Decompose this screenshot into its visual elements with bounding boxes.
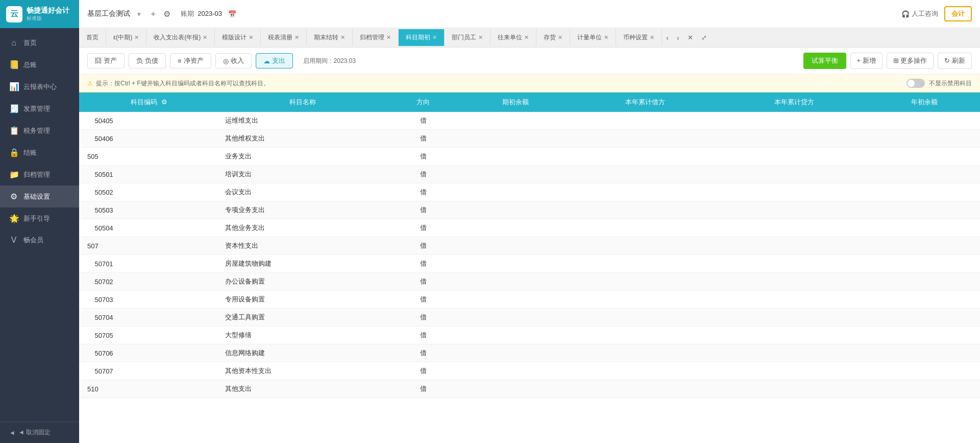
add-button[interactable]: + 新增 bbox=[850, 53, 883, 69]
tab-close-icon[interactable]: ✕ bbox=[340, 34, 345, 41]
tab-expand-btn[interactable]: ⤢ bbox=[697, 34, 711, 41]
tip-toggle-area: 不显示禁用科目 bbox=[906, 79, 972, 88]
tab-close-icon[interactable]: ✕ bbox=[134, 34, 139, 41]
opening-cell bbox=[460, 273, 571, 291]
tab-期末结转[interactable]: 期末结转 ✕ bbox=[307, 29, 353, 46]
opening-cell bbox=[460, 130, 571, 148]
sidebar-item-guide[interactable]: 🌟新手引导 bbox=[0, 207, 79, 229]
col-settings-icon[interactable]: ⚙ bbox=[161, 98, 167, 106]
ytd-debit-cell bbox=[571, 380, 720, 398]
tab-归档管理[interactable]: 归档管理 ✕ bbox=[353, 29, 399, 46]
sidebar-item-close[interactable]: 🔒结账 bbox=[0, 142, 79, 164]
tab-close-icon[interactable]: ✕ bbox=[432, 34, 437, 41]
guide-icon: 🌟 bbox=[9, 214, 18, 223]
direction-cell: 借 bbox=[387, 219, 460, 237]
toggle-switch[interactable] bbox=[906, 79, 925, 88]
sidebar-label: 发票管理 bbox=[23, 104, 50, 113]
direction-cell: 借 bbox=[387, 130, 460, 148]
sidebar-item-ledger[interactable]: 📒总账 bbox=[0, 54, 79, 76]
netasset-icon: ≡ bbox=[178, 57, 182, 65]
tab-税表清册[interactable]: 税表清册 ✕ bbox=[261, 29, 307, 46]
tab-prev-btn[interactable]: ‹ bbox=[662, 34, 673, 42]
period-label: 账期 2023-03 bbox=[181, 9, 222, 18]
year-begin-cell bbox=[869, 362, 980, 380]
tab-ε(中期)[interactable]: ε(中期) ✕ bbox=[106, 29, 146, 46]
ytd-debit-cell bbox=[571, 362, 720, 380]
sidebar-item-archive[interactable]: 📁归档管理 bbox=[0, 164, 79, 185]
tab-close-icon[interactable]: ✕ bbox=[478, 34, 483, 41]
tab-close-all-btn[interactable]: ✕ bbox=[683, 34, 697, 41]
project-settings-btn[interactable]: ⚙ bbox=[163, 9, 170, 19]
name-cell: 其他维权支出 bbox=[219, 130, 387, 148]
sub-tab-收入[interactable]: ◎收入 bbox=[215, 53, 252, 68]
tab-科目期初[interactable]: 科目期初 ✕ bbox=[399, 29, 445, 46]
sub-tab-净资产[interactable]: ≡净资产 bbox=[170, 53, 211, 68]
tab-计量单位[interactable]: 计量单位 ✕ bbox=[570, 29, 616, 46]
tax-icon: 📋 bbox=[9, 126, 18, 135]
ytd-credit-cell bbox=[720, 219, 869, 237]
dropdown-icon[interactable]: ▾ bbox=[137, 10, 141, 18]
tab-收入支出表(年报)[interactable]: 收入支出表(年报) ✕ bbox=[146, 29, 215, 46]
opening-cell bbox=[460, 327, 571, 344]
sub-tab-支出[interactable]: ☁支出 bbox=[256, 53, 293, 68]
ytd-debit-cell bbox=[571, 112, 720, 130]
tab-存货[interactable]: 存货 ✕ bbox=[536, 29, 570, 46]
calendar-icon[interactable]: 📅 bbox=[228, 10, 236, 18]
help-link[interactable]: 🎧 人工咨询 bbox=[901, 9, 938, 18]
sub-tab-负债[interactable]: 负负债 bbox=[129, 53, 166, 68]
tab-close-icon[interactable]: ✕ bbox=[203, 34, 207, 41]
add-project-btn[interactable]: ＋ bbox=[149, 9, 157, 19]
opening-cell bbox=[460, 309, 571, 327]
tab-close-icon[interactable]: ✕ bbox=[295, 34, 299, 41]
table-header: 科目编码 ⚙ 科目名称 方向 期初余额 本年累计借方 本年累计贷方 年初余额 bbox=[79, 92, 980, 112]
opening-cell bbox=[460, 219, 571, 237]
sidebar-collapse[interactable]: ◄ ◄ 取消固定 bbox=[0, 422, 79, 443]
invoice-icon: 🧾 bbox=[9, 104, 18, 113]
income-icon: ◎ bbox=[223, 57, 229, 65]
year-begin-cell bbox=[869, 344, 980, 362]
tab-close-icon[interactable]: ✕ bbox=[386, 34, 391, 41]
sidebar: 云 畅捷通好会计 标准版 ⌂首页📒总账📊云报表中心🧾发票管理📋税务管理🔒结账📁归… bbox=[0, 0, 79, 443]
ytd-debit-cell bbox=[571, 201, 720, 219]
sidebar-item-settings[interactable]: ⚙基础设置 bbox=[0, 185, 79, 207]
ytd-credit-cell bbox=[720, 130, 869, 148]
name-cell: 专用设备购置 bbox=[219, 291, 387, 309]
more-button[interactable]: ⊞ 更多操作 bbox=[887, 53, 934, 69]
sidebar-item-invoice[interactable]: 🧾发票管理 bbox=[0, 98, 79, 120]
tab-next-btn[interactable]: › bbox=[673, 34, 683, 42]
tab-首页[interactable]: 首页 bbox=[79, 29, 106, 46]
year-begin-cell bbox=[869, 291, 980, 309]
tab-close-icon[interactable]: ✕ bbox=[604, 34, 608, 41]
sidebar-item-member[interactable]: V畅会员 bbox=[0, 229, 79, 251]
code-cell: 507 bbox=[79, 237, 219, 255]
tab-close-icon[interactable]: ✕ bbox=[249, 34, 253, 41]
tab-币种设置[interactable]: 币种设置 ✕ bbox=[616, 29, 662, 46]
table-row: 50502 会议支出 借 bbox=[79, 183, 980, 201]
ytd-debit-cell bbox=[571, 291, 720, 309]
tab-close-icon[interactable]: ✕ bbox=[650, 34, 654, 41]
tab-close-icon[interactable]: ✕ bbox=[524, 34, 529, 41]
ytd-credit-cell bbox=[720, 309, 869, 327]
table-row: 50703 专用设备购置 借 bbox=[79, 291, 980, 309]
sidebar-item-reports[interactable]: 📊云报表中心 bbox=[0, 76, 79, 98]
sub-tab-资产[interactable]: 囧资产 bbox=[87, 53, 125, 68]
sub-tab-label: 资产 bbox=[104, 56, 117, 65]
name-cell: 运维维支出 bbox=[219, 112, 387, 130]
sidebar-label: 云报表中心 bbox=[23, 82, 57, 91]
code-cell: 50405 bbox=[79, 112, 219, 130]
year-begin-cell bbox=[869, 380, 980, 398]
sidebar-item-home[interactable]: ⌂首页 bbox=[0, 32, 79, 54]
year-begin-cell bbox=[869, 130, 980, 148]
home-icon: ⌂ bbox=[9, 38, 18, 48]
tab-部门员工[interactable]: 部门员工 ✕ bbox=[445, 29, 491, 46]
asset-icon: 囧 bbox=[95, 56, 102, 65]
tab-模版设计[interactable]: 模版设计 ✕ bbox=[215, 29, 261, 46]
project-name[interactable]: 基层工会测试 bbox=[87, 9, 130, 18]
tab-往来单位[interactable]: 往来单位 ✕ bbox=[491, 29, 536, 46]
sidebar-item-tax[interactable]: 📋税务管理 bbox=[0, 120, 79, 142]
tab-close-icon[interactable]: ✕ bbox=[558, 34, 562, 41]
refresh-button[interactable]: ↻ 刷新 bbox=[938, 53, 972, 69]
account-button[interactable]: 会计 bbox=[944, 6, 972, 21]
sidebar-label: 归档管理 bbox=[23, 170, 50, 179]
balance-button[interactable]: 试算平衡 bbox=[803, 53, 846, 69]
